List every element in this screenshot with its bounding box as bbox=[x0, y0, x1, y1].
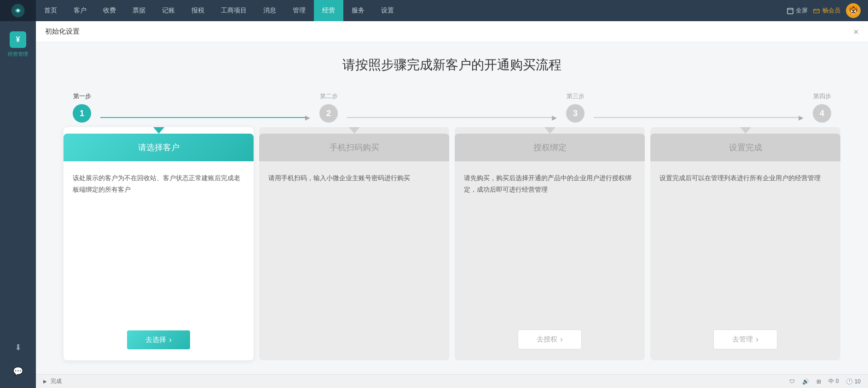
volume-icon: 🔊 bbox=[802, 378, 809, 385]
connector-2: ▶ bbox=[347, 114, 557, 121]
nav-items: 首页 客户 收费 票据 记账 报税 工商项目 消息 管理 经营 服务 设置 bbox=[36, 0, 787, 21]
user-avatar[interactable]: 🐯 bbox=[846, 3, 861, 18]
nav-manage[interactable]: 管理 bbox=[284, 0, 314, 21]
main-content: 初始化设置 × 请按照步骤完成新客户的开通购买流程 第一步 1 ▶ bbox=[36, 21, 868, 388]
wizard-container: 请按照步骤完成新客户的开通购买流程 第一步 1 ▶ 第二步 2 bbox=[36, 42, 868, 374]
connector-3: ▶ bbox=[594, 114, 804, 121]
nav-operation[interactable]: 经营 bbox=[314, 0, 343, 21]
nav-fee[interactable]: 收费 bbox=[95, 0, 124, 21]
nav-business[interactable]: 工商项目 bbox=[213, 0, 255, 21]
step-2-label: 第二步 bbox=[320, 92, 338, 100]
nav-message[interactable]: 消息 bbox=[255, 0, 284, 21]
card-3-action-button[interactable]: 去授权 › bbox=[518, 329, 582, 349]
step-3-circle: 3 bbox=[566, 104, 584, 123]
sidebar-bottom: ⬇ 💬 bbox=[0, 335, 36, 388]
nav-service[interactable]: 服务 bbox=[343, 0, 373, 21]
card-4-action-button[interactable]: 去管理 › bbox=[713, 329, 777, 349]
status-bar: ▶ 完成 🛡 🔊 ⊞ 中 0 🕐 10 bbox=[36, 374, 868, 388]
yuan-icon: ¥ bbox=[10, 31, 26, 48]
connector-line-1 bbox=[100, 117, 306, 118]
card-3: 授权绑定 请先购买，购买后选择开通的产品中的企业用户进行授权绑定，成功后即可进行… bbox=[455, 127, 645, 360]
clock-icon: 🕐 10 bbox=[846, 378, 861, 385]
card-pointer-2 bbox=[349, 127, 360, 134]
fullscreen-btn[interactable]: 全屏 bbox=[787, 6, 808, 15]
card-1: 请选择客户 该处展示的客户为不在回收站、客户状态正常建账后完成老板端绑定的所有客… bbox=[64, 127, 254, 360]
step-1-label: 第一步 bbox=[73, 92, 91, 100]
card-3-header: 授权绑定 bbox=[455, 134, 645, 161]
download-icon: ⬇ bbox=[12, 341, 24, 354]
step-2-circle: 2 bbox=[319, 104, 338, 123]
wizard-title: 请按照步骤完成新客户的开通购买流程 bbox=[342, 56, 561, 74]
connector-line-2 bbox=[347, 117, 553, 118]
logo[interactable] bbox=[0, 0, 36, 21]
connector-1: ▶ bbox=[100, 114, 310, 121]
grid-icon: ⊞ bbox=[816, 378, 821, 385]
nav-settings[interactable]: 设置 bbox=[373, 0, 402, 21]
step-4-label: 第四步 bbox=[813, 92, 831, 100]
step-4-col: 第四步 4 bbox=[804, 92, 840, 123]
card-2: 手机扫码购买 请用手机扫码，输入小微企业主账号密码进行购买 bbox=[259, 127, 449, 360]
close-button[interactable]: × bbox=[853, 27, 859, 36]
input-status: 中 0 bbox=[828, 377, 839, 385]
top-navigation: 首页 客户 收费 票据 记账 报税 工商项目 消息 管理 经营 服务 设置 全屏… bbox=[0, 0, 868, 21]
connector-line-3 bbox=[594, 117, 799, 118]
card-2-header: 手机扫码购买 bbox=[259, 134, 449, 161]
card-1-btn-label: 去选择 bbox=[145, 335, 166, 344]
card-3-btn-icon: › bbox=[560, 335, 563, 344]
card-3-footer: 去授权 › bbox=[455, 322, 645, 360]
page-title: 初始化设置 bbox=[45, 27, 80, 36]
sidebar-item-operation[interactable]: ¥ 经营管理 bbox=[0, 26, 36, 63]
step-3-label: 第三步 bbox=[567, 92, 584, 100]
card-4-btn-icon: › bbox=[756, 335, 758, 344]
chat-icon: 💬 bbox=[12, 365, 24, 378]
step-1-circle: 1 bbox=[73, 104, 91, 123]
card-1-action-button[interactable]: 去选择 › bbox=[127, 330, 190, 349]
card-pointer-4 bbox=[740, 127, 751, 134]
card-4: 设置完成 设置完成后可以在管理列表进行所有企业用户的经营管理 去管理 › bbox=[650, 127, 840, 360]
card-4-body: 设置完成后可以在管理列表进行所有企业用户的经营管理 bbox=[650, 161, 840, 322]
step-4-circle: 4 bbox=[813, 104, 831, 123]
vip-btn[interactable]: 畅会员 bbox=[813, 6, 840, 15]
play-icon: ▶ bbox=[43, 379, 47, 384]
card-2-footer bbox=[259, 342, 449, 360]
step-1-col: 第一步 1 bbox=[64, 92, 100, 123]
card-pointer-3 bbox=[544, 127, 556, 134]
main-layout: ¥ 经营管理 ⬇ 💬 初始化设置 × 请按照步骤完成新客户的开通购买流程 bbox=[0, 21, 868, 388]
nav-tax[interactable]: 报税 bbox=[183, 0, 213, 21]
nav-customer[interactable]: 客户 bbox=[65, 0, 95, 21]
card-3-btn-label: 去授权 bbox=[537, 335, 557, 344]
nav-bookkeeping[interactable]: 记账 bbox=[154, 0, 183, 21]
card-4-btn-label: 去管理 bbox=[732, 335, 753, 344]
svg-rect-2 bbox=[787, 8, 793, 14]
card-2-body: 请用手机扫码，输入小微企业主账号密码进行购买 bbox=[259, 161, 449, 342]
svg-point-1 bbox=[17, 10, 19, 12]
sidebar-download[interactable]: ⬇ bbox=[0, 335, 36, 359]
card-pointer-1 bbox=[153, 127, 164, 134]
card-1-body: 该处展示的客户为不在回收站、客户状态正常建账后完成老板端绑定的所有客户 bbox=[64, 161, 254, 323]
shield-icon: 🛡 bbox=[789, 378, 795, 385]
card-1-footer: 去选择 › bbox=[64, 323, 254, 360]
sidebar: ¥ 经营管理 ⬇ 💬 bbox=[0, 21, 36, 388]
card-1-header: 请选择客户 bbox=[64, 134, 254, 161]
cards-row: 请选择客户 该处展示的客户为不在回收站、客户状态正常建账后完成老板端绑定的所有客… bbox=[64, 127, 840, 360]
card-4-footer: 去管理 › bbox=[650, 322, 840, 360]
card-3-body: 请先购买，购买后选择开通的产品中的企业用户进行授权绑定，成功后即可进行经营管理 bbox=[455, 161, 645, 322]
sidebar-chat[interactable]: 💬 bbox=[0, 359, 36, 383]
nav-home[interactable]: 首页 bbox=[36, 0, 65, 21]
page-header: 初始化设置 × bbox=[36, 21, 868, 42]
status-label: 完成 bbox=[51, 377, 62, 385]
sidebar-label-operation: 经营管理 bbox=[8, 51, 28, 58]
nav-right: 全屏 畅会员 🐯 bbox=[787, 3, 868, 18]
step-3-col: 第三步 3 bbox=[557, 92, 594, 123]
card-1-btn-icon: › bbox=[169, 335, 172, 345]
card-4-header: 设置完成 bbox=[650, 134, 840, 161]
step-2-col: 第二步 2 bbox=[310, 92, 347, 123]
steps-wrapper: 第一步 1 ▶ 第二步 2 ▶ bbox=[64, 92, 840, 123]
status-bar-right: 🛡 🔊 ⊞ 中 0 🕐 10 bbox=[789, 377, 861, 385]
nav-invoice[interactable]: 票据 bbox=[124, 0, 154, 21]
